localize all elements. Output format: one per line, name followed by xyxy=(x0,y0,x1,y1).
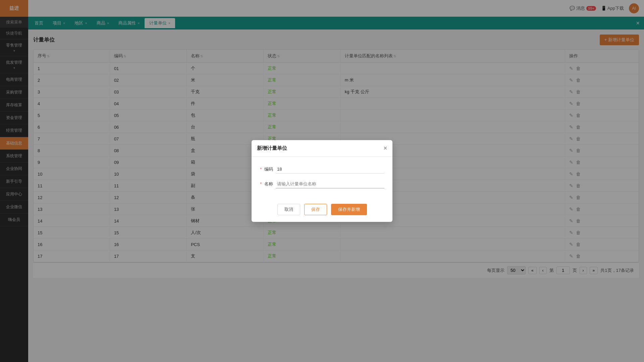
form-row-code: * 编码 xyxy=(260,165,384,174)
dialog-body: * 编码 * 名称 xyxy=(252,157,392,200)
form-label-code: * 编码 xyxy=(260,166,273,172)
required-star: * xyxy=(260,167,262,172)
dialog-header: 新增计量单位 × xyxy=(252,140,392,157)
save-and-new-button[interactable]: 保存并新增 xyxy=(331,204,367,215)
dialog-close-button[interactable]: × xyxy=(383,145,387,152)
save-button[interactable]: 保存 xyxy=(304,204,327,215)
form-label-name: * 名称 xyxy=(260,181,273,187)
name-input[interactable] xyxy=(276,180,384,188)
add-unit-dialog: 新增计量单位 × * 编码 * 名称 取消 保存 保存并新增 xyxy=(252,140,392,222)
dialog-title: 新增计量单位 xyxy=(257,145,287,152)
dialog-footer: 取消 保存 保存并新增 xyxy=(252,200,392,222)
cancel-button[interactable]: 取消 xyxy=(277,204,300,215)
required-star-name: * xyxy=(260,181,262,186)
code-input[interactable] xyxy=(276,165,384,174)
modal-overlay: 新增计量单位 × * 编码 * 名称 取消 保存 保存并新增 xyxy=(0,0,644,362)
form-row-name: * 名称 xyxy=(260,180,384,188)
